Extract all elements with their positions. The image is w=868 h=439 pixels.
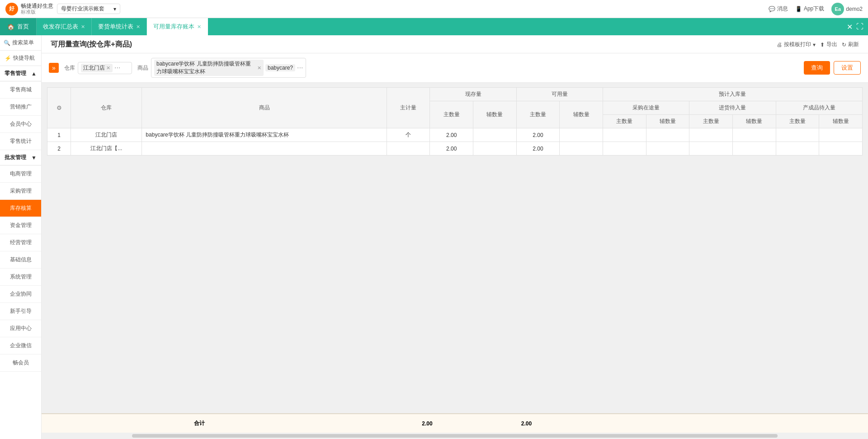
footer-available-aux bbox=[554, 418, 598, 429]
user-menu[interactable]: Ea demo2 bbox=[831, 3, 863, 15]
sidebar-item-operations-mgmt[interactable]: 经营管理 bbox=[0, 234, 41, 251]
sidebar-item-member-center[interactable]: 会员中心 bbox=[0, 116, 41, 133]
sidebar-item-system-mgmt[interactable]: 系统管理 bbox=[0, 269, 41, 286]
sidebar-item-retail-mgmt[interactable]: 零售管理 ▲ bbox=[0, 66, 41, 81]
table-cell bbox=[560, 142, 603, 156]
sidebar-item-wholesale-mgmt[interactable]: 批发管理 ▼ bbox=[0, 150, 41, 165]
template-print-btn[interactable]: 🖨 按模板打印 ▾ bbox=[777, 41, 816, 48]
sidebar-item-purchase-mgmt[interactable]: 采购管理 bbox=[0, 183, 41, 200]
sidebar-item-enterprise-wechat[interactable]: 企业微信 bbox=[0, 337, 41, 354]
product-tag-1: babycare学饮杯 儿童防摔防撞吸管杯重力球吸嘴杯宝宝水杯 ✕ bbox=[154, 60, 264, 76]
sidebar-item-retail-stats[interactable]: 零售统计 bbox=[0, 133, 41, 150]
sidebar-item-inventory-check[interactable]: 库存核算 bbox=[0, 200, 41, 217]
tab-close-icon[interactable]: ✕ bbox=[197, 24, 201, 30]
table-cell: babycare学饮杯 儿童防摔防撞吸管杯重力球吸嘴杯宝宝水杯 bbox=[142, 128, 387, 142]
refresh-icon: ↻ bbox=[842, 42, 846, 48]
table-cell bbox=[646, 128, 689, 142]
tab-requisition[interactable]: 要货单统计表 ✕ bbox=[92, 18, 147, 35]
table-cell: 个 bbox=[387, 128, 430, 142]
tab-available-stock[interactable]: 可用量库存账本 ✕ bbox=[147, 18, 208, 35]
tab-close-icon[interactable]: ✕ bbox=[136, 24, 140, 30]
tag-close-icon[interactable]: ✕ bbox=[106, 65, 110, 71]
table-cell bbox=[819, 142, 863, 156]
col-current-stock-header: 现存量 bbox=[430, 88, 516, 101]
close-window-icon[interactable]: ✕ bbox=[847, 23, 853, 31]
sidebar-item-marketing[interactable]: 营销推广 bbox=[0, 99, 41, 116]
warehouse-label: 仓库 bbox=[64, 64, 75, 72]
col-incoming-header: 进货待入量 bbox=[689, 101, 776, 115]
sidebar-item-ecommerce-mgmt[interactable]: 电商管理 bbox=[0, 165, 41, 183]
sidebar-item-new-guide[interactable]: 新手引导 bbox=[0, 303, 41, 320]
sidebar-quick-nav[interactable]: ⚡ 快捷导航 bbox=[0, 51, 41, 66]
table-cell: 2.00 bbox=[430, 142, 473, 156]
industry-selector[interactable]: 母婴行业演示账套 ▾ bbox=[57, 4, 120, 14]
query-btn[interactable]: 查询 bbox=[804, 61, 830, 75]
sidebar-item-retail-store[interactable]: 零售商城 bbox=[0, 81, 41, 99]
filter-actions-right: 查询 设置 bbox=[804, 61, 861, 75]
app-icon: 📱 bbox=[795, 6, 802, 12]
sidebar-item-basic-info[interactable]: 基础信息 bbox=[0, 251, 41, 269]
warehouse-tags-input[interactable]: 江北门店 ✕ ··· bbox=[78, 62, 132, 74]
settings-btn[interactable]: 设置 bbox=[834, 61, 861, 75]
footer-p3 bbox=[686, 418, 731, 429]
col-warehouse-header: 仓库 bbox=[71, 88, 142, 128]
print-icon: 🖨 bbox=[777, 42, 782, 48]
table-cell bbox=[603, 142, 646, 156]
col-current-aux: 辅数量 bbox=[473, 101, 517, 128]
more-icon[interactable]: ··· bbox=[114, 64, 120, 72]
arrow-icon: ▼ bbox=[31, 155, 37, 161]
sidebar-item-enterprise-collab[interactable]: 企业协同 bbox=[0, 286, 41, 303]
filter-bar: » 仓库 江北门店 ✕ ··· 商品 babycare学饮杯 儿童防摔防撞吸管杯… bbox=[42, 53, 868, 83]
table-cell bbox=[142, 142, 387, 156]
warehouse-filter-group: 仓库 江北门店 ✕ ··· bbox=[64, 62, 132, 74]
tab-bar-controls: ✕ ⛶ bbox=[842, 18, 868, 35]
top-bar-left: 好 畅捷通好生意 标准版 母婴行业演示账套 ▾ bbox=[5, 3, 120, 15]
product-label: 商品 bbox=[137, 64, 148, 72]
footer-p1 bbox=[598, 418, 642, 429]
table-cell: 2.00 bbox=[430, 128, 473, 142]
top-bar: 好 畅捷通好生意 标准版 母婴行业演示账套 ▾ 💬 消息 📱 App下载 Ea … bbox=[0, 0, 868, 18]
main-layout: 🔍 搜索菜单 ⚡ 快捷导航 零售管理 ▲ 零售商城 营销推广 会员中心 零售统计… bbox=[0, 35, 868, 439]
tab-home[interactable]: 🏠 首页 bbox=[0, 18, 37, 35]
sidebar-item-capital-mgmt[interactable]: 资金管理 bbox=[0, 217, 41, 234]
col-production-main: 主数量 bbox=[776, 115, 819, 128]
sidebar-item-app-center[interactable]: 应用中心 bbox=[0, 320, 41, 337]
col-available-header: 可用量 bbox=[516, 88, 603, 101]
footer-table: 合计 2.00 2.00 bbox=[47, 418, 863, 429]
col-forecast-header: 预计入库量 bbox=[603, 88, 862, 101]
product-tag-2: babycare? bbox=[265, 64, 295, 71]
logo-icon: 好 bbox=[5, 3, 18, 15]
sidebar-search[interactable]: 🔍 搜索菜单 bbox=[0, 35, 41, 51]
footer-col-unit bbox=[356, 418, 400, 429]
gear-icon[interactable]: ⚙ bbox=[57, 104, 62, 111]
refresh-btn[interactable]: ↻ 刷新 bbox=[842, 41, 859, 48]
tab-close-icon[interactable]: ✕ bbox=[81, 24, 85, 30]
page-title: 可用量查询(按仓库+商品) bbox=[51, 40, 132, 49]
product-tags-input[interactable]: babycare学饮杯 儿童防摔防撞吸管杯重力球吸嘴杯宝宝水杯 ✕ babyca… bbox=[151, 58, 306, 78]
home-icon: 🏠 bbox=[7, 24, 14, 30]
footer-available-main: 2.00 bbox=[499, 418, 554, 429]
export-btn[interactable]: ⬆ 导出 bbox=[820, 41, 837, 48]
expand-icon[interactable]: ⛶ bbox=[856, 23, 863, 31]
table-cell: 江北门店 bbox=[71, 128, 142, 142]
tag-close-icon[interactable]: ✕ bbox=[257, 65, 261, 71]
footer-label: 合计 bbox=[190, 418, 356, 429]
export-icon: ⬆ bbox=[820, 42, 825, 48]
sidebar-item-vip-member[interactable]: 畅会员 bbox=[0, 354, 41, 372]
product-filter-group: 商品 babycare学饮杯 儿童防摔防撞吸管杯重力球吸嘴杯宝宝水杯 ✕ bab… bbox=[137, 58, 306, 78]
app-download-btn[interactable]: 📱 App下载 bbox=[795, 5, 824, 13]
content-area: 可用量查询(按仓库+商品) 🖨 按模板打印 ▾ ⬆ 导出 ↻ 刷新 » bbox=[42, 35, 868, 439]
tab-receive-pay[interactable]: 收发存汇总表 ✕ bbox=[37, 18, 92, 35]
table-cell bbox=[603, 128, 646, 142]
message-btn[interactable]: 💬 消息 bbox=[769, 5, 788, 13]
table-cell bbox=[646, 142, 689, 156]
nav-icon: ⚡ bbox=[5, 55, 11, 61]
more-icon[interactable]: ··· bbox=[297, 64, 303, 72]
table-cell: 江北门店【... bbox=[71, 142, 142, 156]
horizontal-scrollbar[interactable] bbox=[42, 433, 868, 439]
table-cell bbox=[689, 128, 733, 142]
filter-expand-btn[interactable]: » bbox=[49, 63, 59, 73]
search-icon: 🔍 bbox=[4, 40, 10, 46]
table-cell: 2.00 bbox=[516, 142, 560, 156]
col-unit-header: 主计量 bbox=[387, 88, 430, 128]
